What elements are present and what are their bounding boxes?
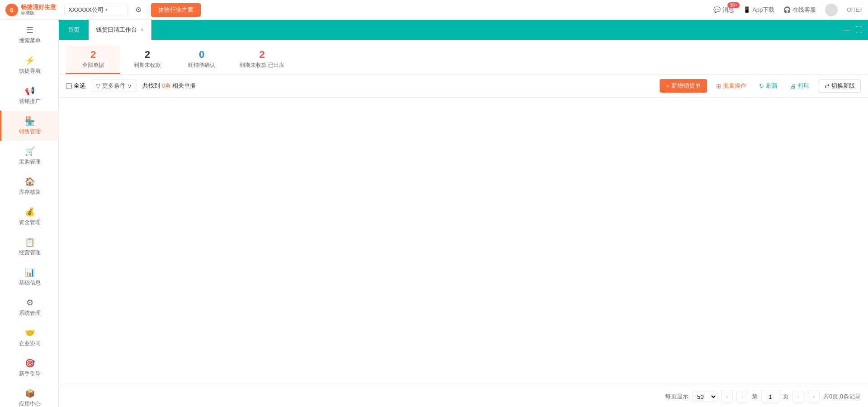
company-name: XXXXXX公司 [68,6,104,14]
online-service-label: 在线客服 [793,6,816,14]
tab-active[interactable]: 钱货日清工作台 × [89,20,151,40]
first-page-button[interactable]: « [721,391,733,402]
sidebar-item-label: 资金管理 [19,219,41,226]
next-page-button[interactable]: › [793,391,804,402]
switch-version-button[interactable]: ⇄ 切换新版 [819,79,861,93]
user-name[interactable]: OfTEn [847,7,863,13]
page-suffix: 页 [783,393,789,401]
tab-close-button[interactable]: × [141,27,144,33]
page-size-label: 每页显示 [665,393,689,401]
cooperation-icon: 🤝 [25,328,35,338]
stat-tab-all[interactable]: 2 全部单据 [66,45,120,74]
company-selector[interactable]: XXXXXX公司 ▾ [64,4,127,16]
select-all-checkbox[interactable]: 全选 [66,82,85,90]
page-size-select[interactable]: 50 20 100 [692,392,717,402]
stat-tab-shipped[interactable]: 2 到期未收款 已出库 [229,45,295,74]
sidebar-item-guide[interactable]: 🎯 新手引导 [0,353,58,383]
stat-label-shipped: 到期未收款 已出库 [240,61,284,69]
header-right: 💬 消息 99+ 📱 App下载 🎧 在线客服 OfTEn [713,4,863,16]
add-sale-button[interactable]: + 新增销货单 [660,79,707,93]
sales-icon: 🏪 [25,116,35,126]
stat-tab-wangpu[interactable]: 0 旺铺待确认 [175,45,229,74]
sidebar-item-quick-nav[interactable]: ⚡ 快捷导航 [0,50,58,80]
found-suffix: 相关单据 [172,82,196,89]
page-label: 第 [752,393,758,401]
sidebar-item-sales[interactable]: 🏪 销售管理 [0,111,58,141]
chevron-down-icon: ▾ [105,7,108,12]
basic-info-icon: 📊 [25,267,35,277]
logo-text: 畅捷通好生意 标准版 [21,4,56,16]
marketing-icon: 📢 [25,86,35,96]
sidebar-item-marketing[interactable]: 📢 营销推广 [0,80,58,111]
sidebar-item-purchase[interactable]: 🛒 采购管理 [0,141,58,171]
sidebar-item-inventory[interactable]: 🏠 库存核算 [0,171,58,201]
checkbox-input[interactable] [66,83,72,89]
sidebar-item-app-center[interactable]: 📦 应用中心 [0,383,58,407]
sidebar-item-label: 采购管理 [19,158,41,166]
page-total: 共0页,0条记录 [823,393,861,401]
found-prefix: 共找到 [142,82,160,89]
logo-icon: 6 [5,4,18,16]
message-badge: 99+ [727,2,740,8]
stat-num-all: 2 [90,49,96,61]
app-center-icon: 📦 [25,388,35,398]
system-icon: ⚙ [26,298,33,308]
main-layout: ☰ 搜索菜单 ⚡ 快捷导航 📢 营销推广 🏪 销售管理 🛒 采购管理 🏠 库存核… [0,20,868,407]
sidebar-item-label: 销售管理 [19,128,41,136]
tab-maximize-button[interactable]: ⛶ [854,24,864,36]
sidebar-item-finance[interactable]: 💰 资金管理 [0,201,58,232]
batch-button[interactable]: ⊞ 批量操作 [712,80,750,92]
tab-home[interactable]: 首页 [59,20,89,40]
quick-nav-icon: ⚡ [25,56,35,65]
content-area: 首页 钱货日清工作台 × — ⛶ 2 全部单据 2 到期未收款 [59,20,868,407]
top-header: 6 畅捷通好生意 标准版 XXXXXX公司 ▾ ⚙ 体验行业方案 💬 消息 99… [0,0,868,20]
headset-icon: 🎧 [783,6,791,13]
sidebar-item-cooperation[interactable]: 🤝 企业协同 [0,323,58,353]
toolbar: 全选 ▽ 更多条件 ∨ 共找到 0条 相关单据 + 新增销货单 [59,75,868,98]
stat-num-shipped: 2 [259,49,265,61]
page-content: 2 全部单据 2 到期未收款 0 旺铺待确认 2 到期未收款 已出库 [59,40,868,407]
filter-label: 更多条件 [102,82,126,90]
sidebar-item-operations[interactable]: 📋 经营管理 [0,232,58,262]
tab-bar: 首页 钱货日清工作台 × — ⛶ [59,20,868,40]
search-menu-icon: ☰ [26,25,33,35]
sidebar: ☰ 搜索菜单 ⚡ 快捷导航 📢 营销推广 🏪 销售管理 🛒 采购管理 🏠 库存核… [0,20,59,407]
stats-tabs: 2 全部单据 2 到期未收款 0 旺铺待确认 2 到期未收款 已出库 [59,40,868,75]
table-area [59,98,868,386]
stat-label-all: 全部单据 [82,61,104,69]
filter-icon: ▽ [96,83,100,89]
tab-label: 钱货日清工作台 [96,26,137,34]
sidebar-item-label: 快捷导航 [19,67,41,75]
refresh-label: 刷新 [766,82,778,90]
settings-button[interactable]: ⚙ [131,3,146,17]
sidebar-item-basic-info[interactable]: 📊 基础信息 [0,262,58,292]
sidebar-item-label: 应用中心 [19,400,41,407]
refresh-button[interactable]: ↻ 刷新 [755,80,781,92]
sidebar-item-label: 基础信息 [19,279,41,287]
stat-tab-overdue[interactable]: 2 到期未收款 [120,45,175,74]
print-button[interactable]: 🖨 打印 [787,80,813,92]
stat-num-wangpu: 0 [199,49,204,61]
message-button[interactable]: 💬 消息 99+ [713,6,734,14]
pagination: 每页显示 50 20 100 « ‹ 第 页 › » 共0页,0条记录 [59,386,868,407]
app-download-icon: 📱 [743,6,750,13]
last-page-button[interactable]: » [808,391,820,402]
sidebar-item-label: 搜索菜单 [19,37,41,45]
message-icon: 💬 [713,6,721,13]
filter-button[interactable]: ▽ 更多条件 ∨ [91,80,137,92]
sidebar-item-system[interactable]: ⚙ 系统管理 [0,292,58,323]
batch-icon: ⊞ [716,83,721,89]
logo-main: 畅捷通好生意 [21,4,56,11]
refresh-icon: ↻ [759,83,764,89]
avatar[interactable] [825,4,838,16]
tab-minimize-button[interactable]: — [841,24,852,36]
sidebar-item-label: 新手引导 [19,370,41,378]
print-label: 打印 [798,82,810,90]
finance-icon: 💰 [25,207,35,217]
page-input[interactable] [761,391,779,402]
prev-page-button[interactable]: ‹ [736,391,748,402]
online-service-button[interactable]: 🎧 在线客服 [783,6,816,14]
sidebar-item-search-menu[interactable]: ☰ 搜索菜单 [0,20,58,50]
app-download-button[interactable]: 📱 App下载 [743,6,774,14]
trial-button[interactable]: 体验行业方案 [151,3,201,17]
